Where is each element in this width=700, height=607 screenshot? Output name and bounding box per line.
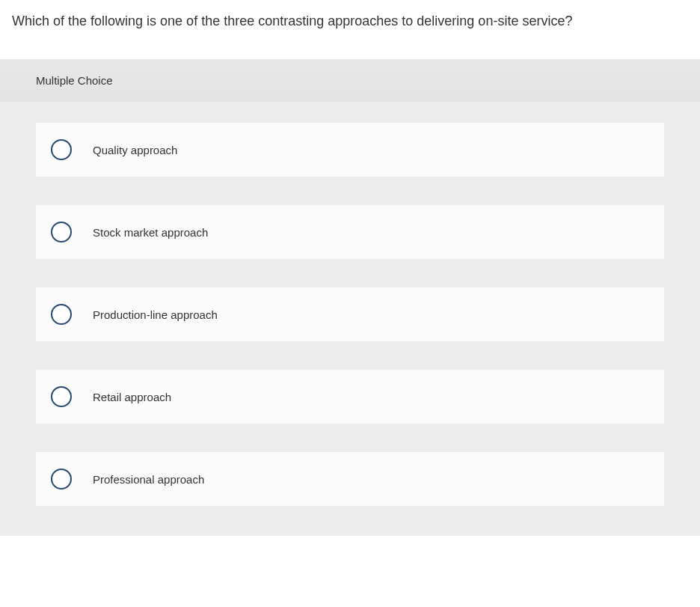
option-label: Professional approach [93,473,204,486]
radio-icon[interactable] [51,139,72,160]
option-row[interactable]: Production-line approach [36,287,664,341]
option-row[interactable]: Professional approach [36,452,664,506]
option-row[interactable]: Stock market approach [36,205,664,259]
radio-icon[interactable] [51,222,72,243]
option-label: Stock market approach [93,226,208,239]
radio-icon[interactable] [51,304,72,325]
radio-icon[interactable] [51,386,72,407]
option-label: Quality approach [93,144,177,156]
option-row[interactable]: Retail approach [36,370,664,424]
question-text: Which of the following is one of the thr… [0,0,700,59]
section-header: Multiple Choice [0,59,700,102]
option-row[interactable]: Quality approach [36,123,664,177]
radio-icon[interactable] [51,469,72,489]
options-list: Quality approach Stock market approach P… [0,102,700,536]
option-label: Production-line approach [93,308,218,321]
option-label: Retail approach [93,391,171,403]
multiple-choice-container: Multiple Choice Quality approach Stock m… [0,59,700,536]
